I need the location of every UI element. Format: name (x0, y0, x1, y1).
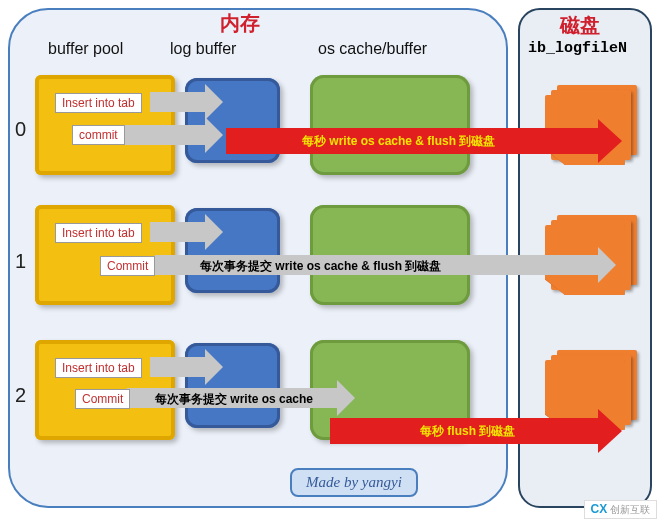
arrow-row0-text: 每秒 write os cache & flush 到磁盘 (302, 133, 495, 150)
log-buffer-block-2 (185, 343, 280, 428)
tag-commit-2: Commit (75, 389, 130, 409)
os-cache-block-0 (310, 75, 470, 175)
tag-commit-0: commit (72, 125, 125, 145)
watermark-logo: CX (591, 502, 608, 516)
arrow-insert-2 (150, 357, 205, 377)
tag-insert-1: Insert into tab (55, 223, 142, 243)
tag-insert-2: Insert into tab (55, 358, 142, 378)
col-disk-file: ib_logfileN (528, 40, 627, 57)
arrow-insert-0 (150, 92, 205, 112)
arrow-commit-0 (120, 125, 205, 145)
credit-badge: Made by yangyi (290, 468, 418, 497)
col-os-cache: os cache/buffer (318, 40, 427, 58)
watermark-text: 创新互联 (610, 504, 650, 515)
arrow-row1-text: 每次事务提交 write os cache & flush 到磁盘 (200, 258, 441, 275)
row-2-label: 2 (15, 384, 26, 407)
memory-title: 内存 (190, 10, 290, 37)
arrow-row2-text: 每次事务提交 write os cache (155, 391, 313, 408)
tag-commit-1: Commit (100, 256, 155, 276)
row-0-label: 0 (15, 118, 26, 141)
col-buffer-pool: buffer pool (48, 40, 123, 58)
arrow-row2-red-text: 每秒 flush 到磁盘 (420, 423, 515, 440)
col-log-buffer: log buffer (170, 40, 236, 58)
buffer-pool-block-1 (35, 205, 175, 305)
watermark: CX 创新互联 (584, 500, 657, 519)
arrow-insert-1 (150, 222, 205, 242)
row-1-label: 1 (15, 250, 26, 273)
tag-insert-0: Insert into tab (55, 93, 142, 113)
disk-title: 磁盘 (540, 12, 620, 39)
log-buffer-block-1 (185, 208, 280, 293)
